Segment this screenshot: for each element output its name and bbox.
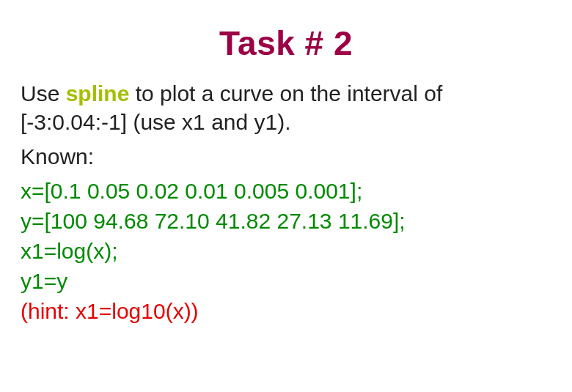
instruction-prefix: Use bbox=[21, 81, 66, 106]
task-title: Task # 2 bbox=[21, 23, 551, 63]
code-line-y: y=[100 94.68 72.10 41.82 27.13 11.69]; bbox=[21, 207, 551, 235]
code-block: x=[0.1 0.05 0.02 0.01 0.005 0.001]; y=[1… bbox=[21, 177, 551, 295]
instruction-line: Use spline to plot a curve on the interv… bbox=[21, 79, 551, 136]
hint-line: (hint: x1=log10(x)) bbox=[21, 297, 551, 325]
code-line-x1: x1=log(x); bbox=[21, 237, 551, 265]
code-line-y1: y1=y bbox=[21, 267, 551, 295]
slide: Task # 2 Use spline to plot a curve on t… bbox=[0, 0, 572, 392]
known-label: Known: bbox=[21, 142, 551, 171]
code-line-x: x=[0.1 0.05 0.02 0.01 0.005 0.001]; bbox=[21, 177, 551, 205]
body-text: Use spline to plot a curve on the interv… bbox=[21, 79, 551, 325]
keyword-spline: spline bbox=[66, 81, 130, 106]
